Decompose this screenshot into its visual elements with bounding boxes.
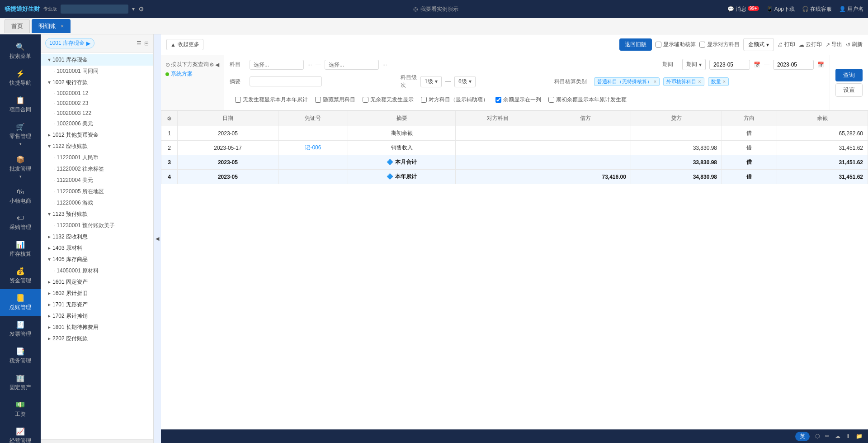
bottom-item-2[interactable]: ✏ xyxy=(825,433,830,439)
sidebar-item-ecommerce[interactable]: 🛍 小畅电商 xyxy=(0,183,41,210)
language-button[interactable]: 英 xyxy=(795,432,810,441)
amount-format-button[interactable]: 金额式 ▾ xyxy=(743,38,774,51)
tree-item-1001[interactable]: ▾1001 库存现金 xyxy=(41,54,153,66)
sidebar-item-inventory[interactable]: 📊 库存核算 xyxy=(0,236,41,262)
demo-text[interactable]: 我要看实例演示 xyxy=(420,5,458,13)
filter-scheme-settings-icon[interactable]: ⚙ xyxy=(209,62,214,68)
option-balance-one-col-input[interactable] xyxy=(495,97,501,103)
print-button[interactable]: 🖨 打印 xyxy=(778,41,795,48)
export-button[interactable]: ↗ 导出 xyxy=(826,41,842,48)
settings-icon[interactable]: ⚙ xyxy=(138,5,144,13)
tree-item-1405[interactable]: ▾1405 库存商品 xyxy=(41,254,153,265)
back-old-version-button[interactable]: 退回旧版 xyxy=(619,38,652,51)
account-selected[interactable]: 1001 库存现金 ▶ xyxy=(45,38,94,48)
period-type-select[interactable]: 期间 ▾ xyxy=(682,59,706,70)
tree-item-10020002[interactable]: ·10020002 23 xyxy=(41,98,153,108)
bottom-item-4[interactable]: ⬆ xyxy=(846,433,850,439)
sidebar-item-invoice[interactable]: 🧾 发票管理 xyxy=(0,316,41,343)
sidebar-item-project[interactable]: 📋 项目合同 xyxy=(0,91,41,118)
tree-item-10020003[interactable]: ·10020003 122 xyxy=(41,108,153,118)
option-balance-one-col[interactable]: 余额显示在一列 xyxy=(495,96,541,104)
tree-item-1122[interactable]: ▾1122 应收账款 xyxy=(41,141,153,152)
show-auxiliary-input[interactable] xyxy=(656,42,661,48)
tree-view-icon[interactable]: ⊟ xyxy=(144,40,149,47)
sidebar-item-purchase[interactable]: 🏷 采购管理 xyxy=(0,210,41,236)
tree-item-11220005[interactable]: ·11220005 所在地区 xyxy=(41,186,153,197)
option-no-occurrence[interactable]: 无发生额显示本月本年累计 xyxy=(235,96,308,104)
list-view-icon[interactable]: ☰ xyxy=(137,40,142,47)
sidebar-item-operations[interactable]: 📈 经营管理 xyxy=(0,423,41,443)
tree-item-11220004[interactable]: ·11220004 美元 xyxy=(41,175,153,186)
sidebar-item-ledger[interactable]: 📒 总账管理 xyxy=(0,289,41,316)
tree-item-1801[interactable]: ▸1801 长期待摊费用 xyxy=(41,322,153,333)
top-search-input[interactable] xyxy=(61,5,128,14)
tree-item-1123[interactable]: ▾1123 预付账款 xyxy=(41,209,153,220)
show-opposite-checkbox[interactable]: 显示对方科目 xyxy=(699,41,740,48)
dropdown-icon[interactable]: ▾ xyxy=(132,6,135,12)
tree-item-11230001[interactable]: ·11230001 预付账款美子 xyxy=(41,220,153,231)
panel-collapse-arrow[interactable]: ◀ xyxy=(154,34,161,443)
tree-item-10010001[interactable]: ·10010001 同同同 xyxy=(41,66,153,77)
option-hide-disabled-input[interactable] xyxy=(315,97,321,103)
tree-item-11220002[interactable]: ·11220002 往来标签 xyxy=(41,163,153,175)
tree-item-1702[interactable]: ▸1702 累计摊销 xyxy=(41,310,153,322)
tree-item-2202[interactable]: ▸2202 应付账款 xyxy=(41,333,153,344)
sidebar-item-search[interactable]: 🔍 搜索菜单 xyxy=(0,38,41,65)
tree-item-10020001[interactable]: ·10020001 12 xyxy=(41,88,153,98)
tab-close-icon[interactable]: × xyxy=(61,23,64,29)
account-selected-arrow[interactable]: ▶ xyxy=(86,40,90,47)
option-opposite-subject-input[interactable] xyxy=(421,97,427,103)
cloud-print-button[interactable]: ☁ 云打印 xyxy=(799,41,822,48)
sidebar-item-retail[interactable]: 🛒 零售管理 ▾ xyxy=(0,118,41,151)
user-avatar[interactable]: 👤 用户名 xyxy=(839,5,863,13)
app-download-button[interactable]: 📱 App下载 xyxy=(766,5,795,13)
option-no-balance[interactable]: 无余额无发生显示 xyxy=(363,96,414,104)
voucher-link-2[interactable]: 记-006 xyxy=(305,144,321,151)
bottom-item-1[interactable]: ⬡ xyxy=(815,433,820,439)
period-from-input[interactable] xyxy=(709,60,750,70)
subject-from-input[interactable] xyxy=(250,60,304,70)
show-auxiliary-checkbox[interactable]: 显示辅助核算 xyxy=(656,41,696,48)
tree-item-10020006[interactable]: ·10020006 美元 xyxy=(41,118,153,129)
subject-to-input[interactable] xyxy=(325,60,379,70)
sidebar-item-wholesale[interactable]: 📦 批发管理 ▾ xyxy=(0,151,41,183)
sidebar-item-capital[interactable]: 💰 资金管理 xyxy=(0,262,41,289)
period-to-input[interactable] xyxy=(773,60,814,70)
tree-item-1012[interactable]: ▸1012 其他货币资金 xyxy=(41,129,153,141)
period-calendar-to-icon[interactable]: 📅 xyxy=(817,62,824,68)
show-opposite-input[interactable] xyxy=(699,42,705,48)
option-opening-ytd[interactable]: 期初余额显示本年累计发生额 xyxy=(548,96,627,104)
level-to-select[interactable]: 6级 ▾ xyxy=(454,76,476,87)
filter-scheme-header[interactable]: ⊙ 按以下方案查询 ⚙ ◀ xyxy=(165,59,219,70)
system-plan[interactable]: 系统方案 xyxy=(165,70,219,78)
tree-item-1602[interactable]: ▸1602 累计折旧 xyxy=(41,288,153,299)
option-no-balance-input[interactable] xyxy=(363,97,368,103)
horizontal-scrollbar[interactable] xyxy=(41,439,153,443)
tag-ordinary-close[interactable]: × xyxy=(654,79,656,84)
tree-item-1403[interactable]: ▸1403 原材料 xyxy=(41,243,153,254)
bottom-item-3[interactable]: ☁ xyxy=(835,433,840,439)
tab-home[interactable]: 首页 xyxy=(5,19,30,33)
tree-item-11220006[interactable]: ·11220006 游戏 xyxy=(41,197,153,209)
sidebar-item-salary[interactable]: 💵 工资 xyxy=(0,396,41,423)
tree-item-1002[interactable]: ▾1002 银行存款 xyxy=(41,77,153,88)
option-opening-ytd-input[interactable] xyxy=(548,97,554,103)
setting-button[interactable]: 设置 xyxy=(835,83,863,97)
collapse-more-button[interactable]: ▲ 收起更多 xyxy=(166,39,203,50)
summary-input[interactable] xyxy=(250,76,322,86)
sidebar-item-quicknav[interactable]: ⚡ 快捷导航 xyxy=(0,65,41,91)
refresh-button[interactable]: ↺ 刷新 xyxy=(846,41,863,48)
tree-item-1601[interactable]: ▸1601 固定资产 xyxy=(41,276,153,288)
option-no-occurrence-input[interactable] xyxy=(235,97,241,103)
tab-ledger[interactable]: 明细账 × xyxy=(32,19,71,33)
online-service-button[interactable]: 🎧 在线客服 xyxy=(802,5,832,13)
tree-item-1701[interactable]: ▸1701 无形资产 xyxy=(41,299,153,310)
tag-foreign[interactable]: 外币核算科目 × xyxy=(663,77,704,86)
bottom-item-5[interactable]: 📁 xyxy=(856,433,863,439)
table-settings-header[interactable]: ⚙ xyxy=(161,111,178,126)
query-button[interactable]: 查询 xyxy=(835,69,863,81)
tag-quantity-close[interactable]: × xyxy=(723,79,726,84)
option-opposite-subject[interactable]: 对方科目（显示辅助项） xyxy=(421,96,488,104)
tree-item-1132[interactable]: ▸1132 应收利息 xyxy=(41,231,153,243)
tree-item-11220001[interactable]: ·11220001 人民币 xyxy=(41,152,153,163)
